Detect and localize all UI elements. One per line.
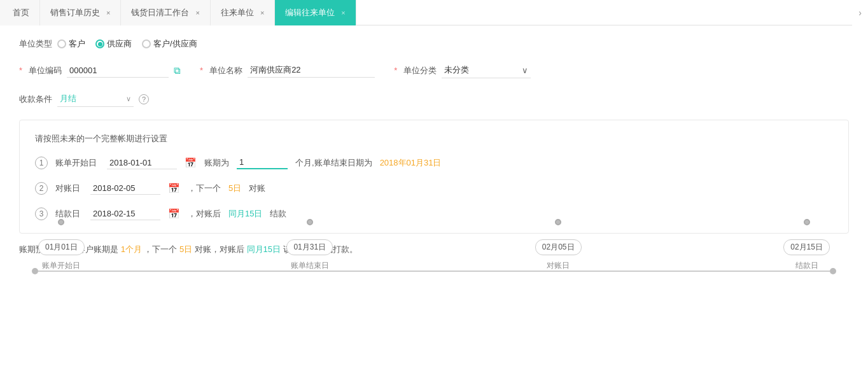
tab-edit-partner[interactable]: 编辑往来单位 ×	[275, 0, 356, 25]
timeline-right-cap	[830, 268, 836, 274]
payment-suffix-pre: ，对账后	[188, 208, 221, 220]
category-arrow-icon: ∨	[522, 66, 528, 75]
unit-category-value: 未分类	[444, 64, 518, 76]
timeline-dot-3	[555, 219, 561, 225]
period-end-date: 2018年01月31日	[380, 157, 442, 169]
setting-row-2: 2 对账日 📅 ，下一个 5日 对账	[35, 182, 833, 195]
setting-label-2: 对账日	[55, 183, 80, 194]
timeline-point-2: 01月31日 账单结束日	[286, 219, 333, 271]
tab-sales-history-close[interactable]: ×	[106, 9, 110, 17]
unit-code-group: * 单位编码 ⧉	[19, 64, 181, 78]
unit-name-star: *	[200, 66, 203, 75]
setting-label-1: 账单开始日	[55, 157, 97, 169]
tab-home-label: 首页	[13, 7, 29, 18]
payment-date-input[interactable]	[90, 208, 160, 220]
timeline-left-cap	[32, 268, 38, 274]
timeline-label-3: 对账日	[547, 260, 570, 271]
timeline-point-3: 02月05日 对账日	[535, 219, 582, 271]
tab-sales-history[interactable]: 销售订单历史 ×	[40, 0, 121, 25]
radio-customer[interactable]: 客户	[57, 38, 85, 50]
payment-value: 月结	[60, 93, 122, 104]
reconcile-date-calendar-icon[interactable]: 📅	[168, 183, 180, 194]
tab-partner-label: 往来单位	[221, 7, 254, 18]
timeline-points: 01月01日 账单开始日 01月31日 账单结束日 02月05日 对账日	[38, 245, 830, 297]
unit-type-row: 单位类型 客户 供应商 客户/供应商	[19, 38, 849, 50]
payment-select[interactable]: 月结 ∨	[57, 91, 134, 107]
timeline-line: 01月01日 账单开始日 01月31日 账单结束日 02月05日 对账日	[38, 271, 830, 272]
tab-partner-close[interactable]: ×	[260, 9, 264, 17]
reconcile-suffix-pre: ，下一个	[188, 183, 221, 194]
section-hint: 请按照未来的一个完整帐期进行设置	[35, 133, 833, 144]
payment-suffix-post: 结款	[270, 208, 286, 220]
reconcile-suffix-post: 对账	[249, 183, 265, 194]
setting-num-1: 1	[35, 157, 48, 169]
setting-num-2: 2	[35, 182, 48, 195]
setting-row-3: 3 结款日 📅 ，对账后 同月15日 结款	[35, 208, 833, 220]
payment-date-calendar-icon[interactable]: 📅	[168, 208, 180, 220]
unit-name-input[interactable]	[248, 64, 375, 78]
unit-type-group: 单位类型 客户 供应商 客户/供应商	[19, 38, 197, 50]
tab-cash-work-close[interactable]: ×	[195, 9, 199, 17]
unit-category-group: * 单位分类 未分类 ∨	[394, 62, 531, 78]
period-label-pre: 账期为	[204, 157, 229, 169]
timeline-badge-4: 02月15日	[783, 239, 830, 255]
radio-group: 客户 供应商 客户/供应商	[57, 38, 197, 50]
payment-label: 收款条件	[19, 94, 52, 105]
timeline-badge-2: 01月31日	[286, 239, 333, 255]
tab-cash-work-label: 钱货日清工作台	[131, 7, 189, 18]
tab-cash-work[interactable]: 钱货日清工作台 ×	[121, 0, 210, 25]
radio-both-circle	[142, 39, 151, 48]
timeline-dot-1	[58, 219, 64, 225]
payment-row: 收款条件 月结 ∨ ?	[19, 91, 849, 107]
unit-name-group: * 单位名称	[200, 64, 375, 78]
timeline-point-4: 02月15日 结款日	[783, 219, 830, 271]
timeline-label-2: 账单结束日	[291, 260, 329, 271]
radio-customer-circle	[57, 39, 66, 48]
unit-category-star: *	[394, 66, 397, 75]
timeline-badge-1: 01月01日	[38, 239, 85, 255]
timeline: 01月01日 账单开始日 01月31日 账单结束日 02月05日 对账日	[32, 268, 836, 274]
unit-name-label: 单位名称	[209, 65, 242, 76]
unit-type-label: 单位类型	[19, 38, 52, 50]
timeline-badge-3: 02月05日	[535, 239, 582, 255]
timeline-label-4: 结款日	[795, 260, 818, 271]
tab-home[interactable]: 首页	[0, 0, 40, 25]
unit-code-label: 单位编码	[29, 65, 62, 76]
timeline-label-1: 账单开始日	[42, 260, 80, 271]
setting-row-1: 1 账单开始日 📅 账期为 个月,账单结束日期为 2018年01月31日	[35, 156, 833, 169]
tab-edit-partner-label: 编辑往来单位	[285, 7, 335, 18]
timeline-dot-2	[307, 219, 313, 225]
payment-suffix-highlight: 同月15日	[228, 208, 262, 220]
radio-supplier-label: 供应商	[107, 38, 132, 50]
period-input[interactable]	[237, 156, 288, 169]
radio-supplier[interactable]: 供应商	[95, 38, 132, 50]
radio-supplier-circle	[95, 39, 104, 48]
tab-edit-partner-close[interactable]: ×	[341, 9, 345, 17]
tab-sales-history-label: 销售订单历史	[50, 7, 100, 18]
timeline-point-1: 01月01日 账单开始日	[38, 219, 85, 271]
tab-scroll-right[interactable]: ›	[852, 0, 868, 25]
setting-num-3: 3	[35, 208, 48, 220]
tab-partner[interactable]: 往来单位 ×	[211, 0, 275, 25]
reconcile-date-input[interactable]	[90, 182, 160, 195]
payment-group: 收款条件 月结 ∨ ?	[19, 91, 149, 107]
payment-help-icon[interactable]: ?	[139, 94, 149, 104]
timeline-wrapper: 01月01日 账单开始日 01月31日 账单结束日 02月05日 对账日	[19, 268, 849, 313]
tabs-bar: 首页 销售订单历史 × 钱货日清工作台 × 往来单位 × 编辑往来单位 × ›	[0, 0, 868, 25]
timeline-dot-4	[804, 219, 810, 225]
payment-arrow-icon: ∨	[126, 95, 131, 103]
start-date-input[interactable]	[107, 157, 177, 169]
unit-category-select[interactable]: 未分类 ∨	[442, 62, 531, 78]
radio-both[interactable]: 客户/供应商	[142, 38, 197, 50]
copy-icon[interactable]: ⧉	[174, 65, 181, 76]
period-label-post: 个月,账单结束日期为	[295, 157, 372, 169]
main-content: 单位类型 客户 供应商 客户/供应商 * 单位编码	[0, 25, 868, 387]
unit-code-input[interactable]	[67, 64, 169, 78]
radio-both-label: 客户/供应商	[153, 38, 197, 50]
unit-category-label: 单位分类	[403, 65, 437, 76]
start-date-calendar-icon[interactable]: 📅	[185, 157, 197, 169]
settings-section: 请按照未来的一个完整帐期进行设置 1 账单开始日 📅 账期为 个月,账单结束日期…	[19, 120, 849, 234]
setting-label-3: 结款日	[55, 208, 80, 220]
radio-customer-label: 客户	[69, 38, 85, 50]
unit-info-row: * 单位编码 ⧉ * 单位名称 * 单位分类 未分类 ∨	[19, 62, 849, 78]
